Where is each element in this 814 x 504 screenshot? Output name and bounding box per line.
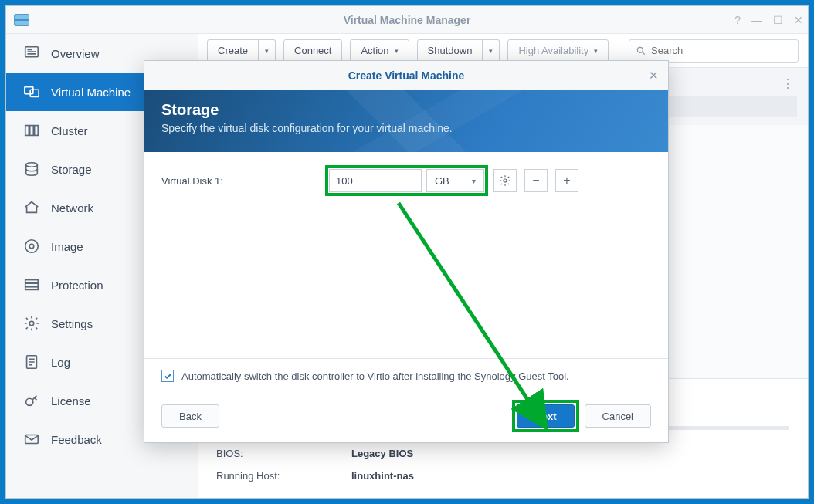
search-box[interactable]	[629, 39, 799, 63]
modal-heading: Storage	[161, 101, 651, 119]
shutdown-dropdown[interactable]	[483, 39, 500, 63]
image-icon	[23, 238, 40, 255]
disk-input-highlight: GB	[327, 167, 486, 194]
sidebar-label: Virtual Machine	[51, 86, 131, 99]
action-button[interactable]: Action▾	[350, 39, 409, 63]
network-icon	[23, 199, 40, 216]
modal-title: Create Virtual Machine	[348, 69, 465, 82]
vm-icon	[23, 83, 40, 100]
gear-icon	[499, 174, 511, 187]
check-icon	[164, 372, 172, 381]
settings-icon	[23, 315, 40, 332]
disk-settings-button[interactable]	[493, 169, 517, 192]
modal-subheading: Specify the virtual disk configuration f…	[161, 122, 651, 134]
sidebar-label: Settings	[51, 317, 93, 330]
minimize-icon[interactable]: —	[751, 14, 762, 26]
search-input[interactable]	[651, 45, 792, 56]
sidebar-label: License	[51, 394, 91, 408]
svg-point-12	[29, 321, 34, 326]
modal-actions: Back Next Cancel	[144, 393, 668, 442]
auto-switch-checkbox[interactable]	[161, 370, 174, 382]
cancel-button[interactable]: Cancel	[585, 404, 651, 428]
host-label: Running Host:	[216, 470, 351, 482]
create-group: Create	[207, 39, 276, 63]
svg-rect-9	[25, 280, 39, 283]
shutdown-button[interactable]: Shutdown	[417, 39, 483, 63]
storage-icon	[23, 161, 40, 178]
titlebar: Virtual Machine Manager ? — ☐ ✕	[6, 6, 808, 34]
svg-rect-3	[25, 126, 29, 136]
column-menu-icon[interactable]: ⋮	[782, 80, 794, 92]
modal-close-icon[interactable]: ✕	[649, 69, 659, 83]
feedback-icon	[23, 431, 40, 448]
cluster-icon	[23, 122, 40, 139]
protection-icon	[23, 276, 40, 293]
svg-point-7	[25, 240, 39, 253]
virtual-disk-label: Virtual Disk 1:	[161, 175, 320, 187]
svg-point-16	[637, 47, 643, 52]
host-value: linuxhint-nas	[351, 470, 414, 482]
high-availability-button[interactable]: High Availability▾	[507, 39, 609, 63]
create-dropdown[interactable]	[259, 39, 276, 63]
svg-point-8	[29, 244, 34, 249]
svg-rect-4	[30, 126, 34, 136]
sidebar-label: Storage	[51, 163, 92, 176]
svg-point-17	[504, 179, 507, 182]
svg-rect-2	[30, 90, 39, 96]
overview-icon	[23, 45, 40, 62]
sidebar-label: Overview	[51, 47, 100, 60]
sidebar-label: Image	[51, 240, 83, 253]
close-icon[interactable]: ✕	[794, 14, 803, 26]
modal-body: Virtual Disk 1: GB − +	[144, 152, 668, 358]
window-title: Virtual Machine Manager	[6, 14, 808, 26]
svg-rect-1	[25, 87, 33, 94]
svg-point-6	[26, 163, 38, 167]
app-icon	[14, 14, 29, 26]
sidebar-label: Feedback	[51, 433, 102, 446]
search-icon	[636, 46, 646, 56]
shutdown-group: Shutdown	[417, 39, 500, 63]
detail-bios: BIOS: Legacy BIOS	[216, 442, 789, 465]
next-button-highlight: Next	[514, 402, 576, 430]
svg-rect-10	[25, 283, 39, 286]
virtual-disk-unit-select[interactable]: GB	[426, 169, 484, 192]
disk-add-button[interactable]: +	[555, 169, 578, 192]
svg-point-14	[26, 398, 33, 405]
svg-rect-11	[25, 287, 39, 290]
modal-checkbox-row: Automatically switch the disk controller…	[144, 358, 668, 393]
virtual-disk-input[interactable]	[329, 169, 422, 192]
bios-label: BIOS:	[216, 448, 351, 459]
sidebar-label: Log	[51, 356, 70, 369]
auto-switch-label: Automatically switch the disk controller…	[181, 370, 569, 382]
license-icon	[23, 392, 40, 409]
bios-value: Legacy BIOS	[351, 448, 413, 459]
maximize-icon[interactable]: ☐	[773, 14, 783, 26]
virtual-disk-row: Virtual Disk 1: GB − +	[161, 167, 651, 194]
create-vm-modal: Create Virtual Machine ✕ Storage Specify…	[144, 60, 669, 443]
connect-button[interactable]: Connect	[283, 39, 342, 63]
svg-rect-5	[35, 126, 39, 136]
help-icon[interactable]: ?	[734, 14, 741, 26]
create-button[interactable]: Create	[207, 39, 259, 63]
sidebar-label: Cluster	[51, 124, 88, 137]
detail-running-host: Running Host: linuxhint-nas	[216, 465, 789, 487]
sidebar-label: Network	[51, 201, 93, 215]
log-icon	[23, 353, 40, 370]
modal-titlebar: Create Virtual Machine ✕	[144, 61, 668, 90]
sidebar-label: Protection	[51, 279, 103, 292]
back-button[interactable]: Back	[161, 404, 219, 428]
window-controls: ? — ☐ ✕	[734, 14, 803, 26]
disk-remove-button[interactable]: −	[524, 169, 548, 192]
next-button[interactable]: Next	[517, 404, 574, 428]
modal-header: Storage Specify the virtual disk configu…	[144, 90, 668, 152]
